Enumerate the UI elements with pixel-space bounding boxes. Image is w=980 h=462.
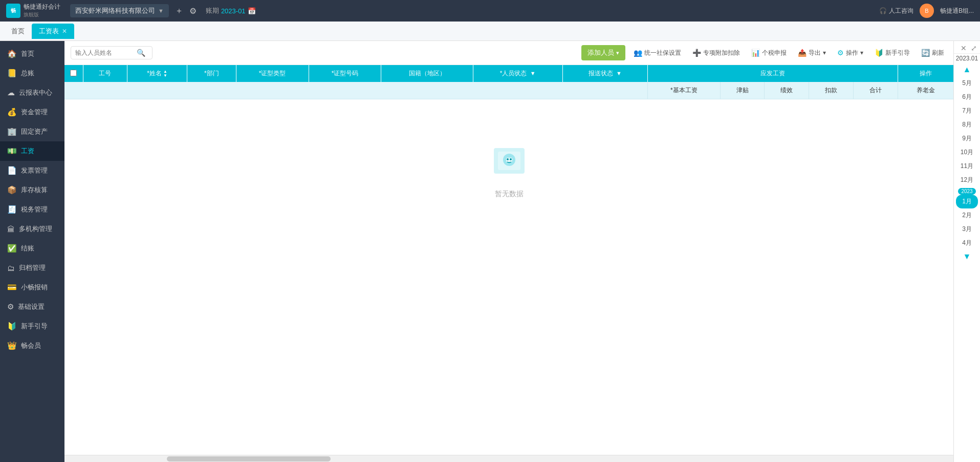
search-input[interactable] bbox=[75, 49, 137, 56]
name-sort-icon[interactable]: ▲▼ bbox=[163, 70, 167, 78]
settings-icon[interactable]: ⚙ bbox=[188, 5, 198, 17]
th-deduction: 扣款 bbox=[809, 82, 854, 99]
org-icon: 🏛 bbox=[7, 225, 15, 234]
select-all-checkbox[interactable] bbox=[70, 70, 77, 76]
operation-action[interactable]: ⚙ 操作 ▾ bbox=[834, 47, 866, 59]
asset-icon: 🏢 bbox=[7, 127, 17, 136]
guide-icon: 🔰 bbox=[7, 322, 17, 331]
user-name[interactable]: 畅捷通B组... bbox=[940, 7, 974, 15]
cal-month-10[interactable]: 10月 bbox=[954, 145, 980, 159]
cal-month-9[interactable]: 9月 bbox=[954, 132, 980, 145]
main-layout: 🏠 首页 📒 总账 ☁ 云报表中心 💰 资金管理 🏢 固定资产 💵 工资 📄 发… bbox=[0, 41, 980, 462]
report-filter-icon[interactable]: ▼ bbox=[616, 70, 622, 76]
tab-close-icon[interactable]: ✕ bbox=[62, 28, 67, 35]
user-avatar: B bbox=[920, 4, 934, 18]
sidebar-item-member[interactable]: 👑 畅会员 bbox=[0, 336, 64, 355]
logo-icon: 畅 bbox=[6, 4, 20, 18]
sidebar-item-fixed-asset[interactable]: 🏢 固定资产 bbox=[0, 122, 64, 141]
th-performance: 绩效 bbox=[765, 82, 809, 99]
add-company-icon[interactable]: ＋ bbox=[174, 5, 184, 17]
toolbar: 🔍 添加人员 ▾ 👥 统一社保设置 ➕ 专项附加扣除 📊 个税申报 bbox=[64, 41, 953, 65]
cal-month-7[interactable]: 7月 bbox=[954, 104, 980, 118]
ledger-icon: 📒 bbox=[7, 69, 17, 78]
cal-month-12[interactable]: 12月 bbox=[954, 173, 980, 187]
cal-month-2[interactable]: 2月 bbox=[954, 208, 980, 222]
panel-expand-icon[interactable]: ⤢ bbox=[971, 44, 977, 52]
refresh-label: 刷新 bbox=[932, 49, 944, 57]
salary-table: 工号 *姓名 ▲▼ *部门 *证型类型 *证型号码 国籍（地区） bbox=[64, 65, 953, 240]
refresh-icon: 🔄 bbox=[921, 49, 930, 57]
sidebar-item-multi-org[interactable]: 🏛 多机构管理 bbox=[0, 219, 64, 239]
sidebar-item-cloud-report[interactable]: ☁ 云报表中心 bbox=[0, 83, 64, 102]
sidebar-item-invoice[interactable]: 📄 发票管理 bbox=[0, 161, 64, 180]
sidebar-item-fund-label: 资金管理 bbox=[21, 108, 48, 117]
deduction-icon: ➕ bbox=[692, 49, 701, 57]
sidebar-item-guide[interactable]: 🔰 新手引导 bbox=[0, 317, 64, 336]
cal-month-3[interactable]: 3月 bbox=[954, 222, 980, 236]
sidebar-item-inventory[interactable]: 📦 库存核算 bbox=[0, 180, 64, 200]
cal-month-11[interactable]: 11月 bbox=[954, 159, 980, 173]
svg-point-4 bbox=[507, 158, 509, 160]
social-security-action[interactable]: 👥 统一社保设置 bbox=[630, 47, 684, 59]
deduction-label: 专项附加扣除 bbox=[703, 49, 740, 57]
sidebar-item-expense-label: 小畅报销 bbox=[21, 283, 48, 292]
export-action[interactable]: 📤 导出 ▾ bbox=[795, 47, 829, 59]
tab-salary[interactable]: 工资表 ✕ bbox=[32, 24, 74, 39]
panel-close-icon[interactable]: ✕ bbox=[961, 44, 967, 52]
cal-month-4[interactable]: 4月 bbox=[954, 236, 980, 250]
select-all-header[interactable] bbox=[64, 65, 83, 82]
cal-month-5[interactable]: 5月 bbox=[954, 76, 980, 90]
special-deduction-action[interactable]: ➕ 专项附加扣除 bbox=[689, 47, 743, 59]
empty-text: 暂无数据 bbox=[495, 190, 524, 199]
content-area: 🔍 添加人员 ▾ 👥 统一社保设置 ➕ 专项附加扣除 📊 个税申报 bbox=[64, 41, 953, 462]
sidebar-item-expense[interactable]: 💳 小畅报销 bbox=[0, 278, 64, 297]
th-report-status: 报送状态 ▼ bbox=[562, 65, 647, 82]
operation-arrow-icon: ▾ bbox=[860, 49, 863, 56]
sidebar-item-fund[interactable]: 💰 资金管理 bbox=[0, 102, 64, 122]
company-selector[interactable]: 西安虾米网络科技有限公司 ▼ bbox=[70, 4, 169, 17]
sidebar-item-tax[interactable]: 🧾 税务管理 bbox=[0, 200, 64, 219]
cal-month-6[interactable]: 6月 bbox=[954, 90, 980, 104]
tab-home[interactable]: 首页 bbox=[4, 24, 32, 39]
invoice-icon: 📄 bbox=[7, 166, 17, 175]
calendar-icon[interactable]: 📅 bbox=[248, 7, 256, 15]
calendar-down-icon[interactable]: ▼ bbox=[954, 250, 980, 263]
dropdown-arrow-icon: ▼ bbox=[158, 8, 164, 14]
th-allowance: 津贴 bbox=[720, 82, 765, 99]
tab-bar: 首页 工资表 ✕ bbox=[0, 22, 980, 41]
sidebar-item-guide-label: 新手引导 bbox=[21, 322, 48, 331]
sidebar-item-inventory-label: 库存核算 bbox=[21, 185, 48, 195]
empty-state-cell: 暂无数据 bbox=[64, 99, 953, 240]
cal-month-8[interactable]: 8月 bbox=[954, 118, 980, 132]
tax-report-action[interactable]: 📊 个税申报 bbox=[748, 47, 790, 59]
sidebar-item-salary[interactable]: 💵 工资 bbox=[0, 141, 64, 161]
refresh-action[interactable]: 🔄 刷新 bbox=[918, 47, 947, 59]
sidebar-item-org-label: 多机构管理 bbox=[19, 224, 52, 234]
add-person-label: 添加人员 bbox=[587, 48, 614, 57]
period-display-value: 2023.01 bbox=[956, 55, 978, 62]
operation-icon: ⚙ bbox=[837, 49, 844, 57]
sidebar-item-home[interactable]: 🏠 首页 bbox=[0, 44, 64, 64]
sidebar-item-ledger[interactable]: 📒 总账 bbox=[0, 64, 64, 83]
horizontal-scrollbar-thumb[interactable] bbox=[167, 456, 331, 461]
table-container: 工号 *姓名 ▲▼ *部门 *证型类型 *证型号码 国籍（地区） bbox=[64, 65, 953, 455]
sidebar: 🏠 首页 📒 总账 ☁ 云报表中心 💰 资金管理 🏢 固定资产 💵 工资 📄 发… bbox=[0, 41, 64, 462]
status-filter-icon[interactable]: ▼ bbox=[530, 70, 536, 76]
cal-month-1[interactable]: 1月 bbox=[956, 195, 978, 208]
th-id-number: *证型号码 bbox=[309, 65, 381, 82]
sidebar-item-settings[interactable]: ⚙ 基础设置 bbox=[0, 297, 64, 317]
add-person-button[interactable]: 添加人员 ▾ bbox=[581, 45, 625, 60]
sidebar-item-archive[interactable]: 🗂 归档管理 bbox=[0, 258, 64, 278]
service-button[interactable]: 🎧 人工咨询 bbox=[879, 7, 913, 15]
guide-toolbar-icon: 🔰 bbox=[875, 49, 883, 57]
sidebar-item-close-account[interactable]: ✅ 结账 bbox=[0, 239, 64, 258]
export-icon: 📤 bbox=[798, 49, 807, 57]
period-value: 2023-01 bbox=[221, 7, 246, 15]
logo-text: 畅捷通好会计 bbox=[24, 3, 60, 11]
export-label: 导出 bbox=[809, 49, 821, 57]
th-employee-no: 工号 bbox=[83, 65, 127, 82]
sidebar-item-cloud-label: 云报表中心 bbox=[19, 88, 52, 97]
sidebar-item-archive-label: 归档管理 bbox=[19, 263, 46, 272]
newbie-guide-action[interactable]: 🔰 新手引导 bbox=[872, 47, 913, 59]
calendar-up-icon[interactable]: ▲ bbox=[954, 63, 980, 76]
